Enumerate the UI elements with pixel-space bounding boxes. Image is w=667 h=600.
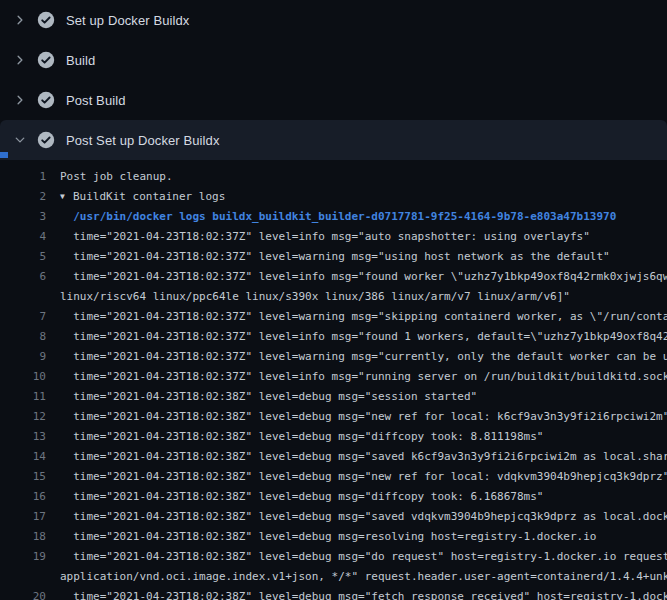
line-number[interactable]: 3 [0, 207, 46, 227]
line-number[interactable]: 14 [0, 447, 46, 467]
step-label: Post Set up Docker Buildx [66, 133, 220, 148]
line-number[interactable]: 7 [0, 307, 46, 327]
log-text: /usr/bin/docker logs buildx_buildkit_bui… [60, 207, 616, 227]
chevron-right-icon [12, 92, 28, 108]
log-panel: 1 Post job cleanup. 2 ▼ BuildKit contain… [0, 160, 667, 600]
log-text: time="2021-04-23T18:02:38Z" level=debug … [60, 587, 667, 600]
log-line[interactable]: 11 time="2021-04-23T18:02:38Z" level=deb… [0, 387, 667, 407]
log-line[interactable]: 3 /usr/bin/docker logs buildx_buildkit_b… [0, 207, 667, 227]
log-text: time="2021-04-23T18:02:37Z" level=info m… [60, 327, 667, 347]
log-text: time="2021-04-23T18:02:38Z" level=debug … [60, 407, 667, 427]
log-line[interactable]: 1 Post job cleanup. [0, 167, 667, 187]
step-label: Post Build [66, 93, 126, 108]
log-line[interactable]: 5 time="2021-04-23T18:02:37Z" level=warn… [0, 247, 667, 267]
log-text: time="2021-04-23T18:02:38Z" level=debug … [60, 547, 667, 567]
line-number[interactable]: 6 [0, 267, 46, 287]
log-line[interactable]: 20 time="2021-04-23T18:02:38Z" level=deb… [0, 587, 667, 600]
log-line[interactable]: 9 time="2021-04-23T18:02:37Z" level=warn… [0, 347, 667, 367]
log-line[interactable]: 18 time="2021-04-23T18:02:38Z" level=deb… [0, 527, 667, 547]
line-number[interactable]: 10 [0, 367, 46, 387]
check-circle-icon [37, 91, 55, 109]
line-number[interactable]: 2 [0, 187, 46, 207]
chevron-right-icon [12, 52, 28, 68]
line-number[interactable]: 20 [0, 587, 46, 600]
step-row-build[interactable]: Build [0, 40, 667, 80]
log-text: time="2021-04-23T18:02:38Z" level=debug … [60, 507, 667, 527]
log-text: time="2021-04-23T18:02:37Z" level=warnin… [60, 307, 667, 327]
line-number[interactable]: 1 [0, 167, 46, 187]
log-line[interactable]: application/vnd.oci.image.index.v1+json,… [0, 567, 667, 587]
line-number[interactable]: 12 [0, 407, 46, 427]
line-number[interactable]: 19 [0, 547, 46, 567]
chevron-down-icon [12, 132, 28, 148]
log-line[interactable]: 13 time="2021-04-23T18:02:38Z" level=deb… [0, 427, 667, 447]
check-circle-icon [37, 11, 55, 29]
chevron-right-icon [12, 12, 28, 28]
log-line[interactable]: 12 time="2021-04-23T18:02:38Z" level=deb… [0, 407, 667, 427]
check-circle-icon [37, 51, 55, 69]
line-number[interactable]: 4 [0, 227, 46, 247]
step-row-post-build[interactable]: Post Build [0, 80, 667, 120]
line-number[interactable]: 5 [0, 247, 46, 267]
log-line[interactable]: 15 time="2021-04-23T18:02:38Z" level=deb… [0, 467, 667, 487]
log-line[interactable]: 8 time="2021-04-23T18:02:37Z" level=info… [0, 327, 667, 347]
log-line[interactable]: 6 time="2021-04-23T18:02:37Z" level=info… [0, 267, 667, 287]
log-text: time="2021-04-23T18:02:37Z" level=warnin… [60, 247, 610, 267]
log-line[interactable]: 19 time="2021-04-23T18:02:38Z" level=deb… [0, 547, 667, 567]
log-text: BuildKit container logs [73, 187, 225, 207]
line-number[interactable] [0, 567, 46, 587]
log-text: Post job cleanup. [60, 167, 173, 187]
log-line[interactable]: 17 time="2021-04-23T18:02:38Z" level=deb… [0, 507, 667, 527]
check-circle-icon [37, 131, 55, 149]
log-text: time="2021-04-23T18:02:37Z" level=info m… [60, 267, 667, 287]
log-line[interactable]: 16 time="2021-04-23T18:02:38Z" level=deb… [0, 487, 667, 507]
log-text: time="2021-04-23T18:02:38Z" level=debug … [60, 467, 667, 487]
line-number[interactable]: 16 [0, 487, 46, 507]
log-text: time="2021-04-23T18:02:38Z" level=debug … [60, 487, 543, 507]
log-lines: 1 Post job cleanup. 2 ▼ BuildKit contain… [0, 167, 667, 600]
log-line[interactable]: 10 time="2021-04-23T18:02:37Z" level=inf… [0, 367, 667, 387]
log-text: linux/riscv64 linux/ppc64le linux/s390x … [60, 287, 570, 307]
log-text: time="2021-04-23T18:02:38Z" level=debug … [60, 427, 543, 447]
line-number[interactable]: 8 [0, 327, 46, 347]
log-group-toggle-icon[interactable]: ▼ [60, 187, 73, 207]
line-number[interactable]: 13 [0, 427, 46, 447]
log-text: time="2021-04-23T18:02:38Z" level=debug … [60, 447, 667, 467]
line-number[interactable]: 11 [0, 387, 46, 407]
log-line[interactable]: 7 time="2021-04-23T18:02:37Z" level=warn… [0, 307, 667, 327]
line-number[interactable]: 9 [0, 347, 46, 367]
line-number[interactable]: 15 [0, 467, 46, 487]
log-text: time="2021-04-23T18:02:37Z" level=info m… [60, 227, 590, 247]
step-label: Build [66, 53, 95, 68]
line-number[interactable] [0, 287, 46, 307]
log-text: application/vnd.oci.image.index.v1+json,… [60, 567, 667, 587]
line-number[interactable]: 18 [0, 527, 46, 547]
log-text: time="2021-04-23T18:02:38Z" level=debug … [60, 527, 596, 547]
step-label: Set up Docker Buildx [66, 13, 189, 28]
log-line[interactable]: 14 time="2021-04-23T18:02:38Z" level=deb… [0, 447, 667, 467]
step-row-setup-docker-buildx[interactable]: Set up Docker Buildx [0, 0, 667, 40]
active-step-indicator [0, 152, 8, 158]
log-text: time="2021-04-23T18:02:37Z" level=warnin… [60, 347, 667, 367]
line-number[interactable]: 17 [0, 507, 46, 527]
log-line[interactable]: 2 ▼ BuildKit container logs [0, 187, 667, 207]
log-text: time="2021-04-23T18:02:38Z" level=debug … [60, 387, 477, 407]
log-line[interactable]: 4 time="2021-04-23T18:02:37Z" level=info… [0, 227, 667, 247]
log-text: time="2021-04-23T18:02:37Z" level=info m… [60, 367, 667, 387]
step-row-post-setup-docker-buildx[interactable]: Post Set up Docker Buildx [0, 120, 667, 160]
steps-panel: Set up Docker Buildx Build Post Build Po… [0, 0, 667, 160]
log-line[interactable]: linux/riscv64 linux/ppc64le linux/s390x … [0, 287, 667, 307]
